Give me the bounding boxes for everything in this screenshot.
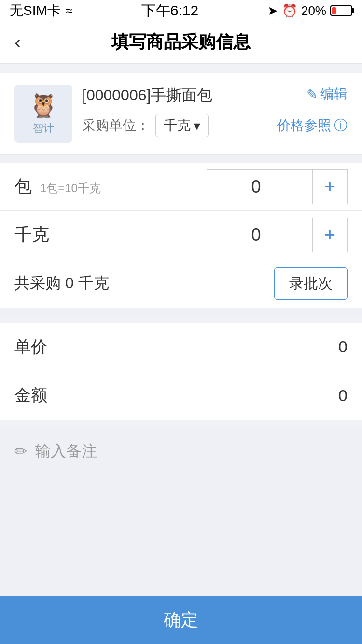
amount-row: 金额 0: [0, 371, 362, 420]
dropdown-icon: ▾: [194, 118, 200, 134]
bao-sublabel: 1包=10千克: [40, 182, 101, 195]
wifi-icon: ≈: [66, 3, 72, 18]
kg-label: 千克: [14, 224, 49, 244]
product-logo-icon: 🦉: [29, 92, 58, 119]
bao-input[interactable]: [207, 169, 313, 204]
carrier-text: 无SIM卡: [10, 1, 61, 20]
notes-placeholder: 输入备注: [35, 441, 97, 462]
total-unit-value: 千克: [78, 274, 109, 292]
kg-input-group: +: [207, 218, 348, 252]
total-text: 共采购 0 千克: [14, 273, 109, 294]
amount-value: 0: [338, 386, 348, 405]
notes-section[interactable]: ✏ 输入备注: [0, 427, 362, 476]
battery-icon: [330, 5, 352, 16]
status-right: ➤ ⏰ 20%: [267, 3, 352, 18]
quantity-label-kg: 千克: [14, 223, 207, 247]
quantity-section: 包 1包=10千克 + 千克 + 共采购 0 千克 录批次: [0, 163, 362, 308]
unit-price-value: 0: [338, 337, 348, 356]
product-name: [0000006]手撕面包: [82, 85, 212, 106]
location-icon: ➤: [267, 3, 278, 18]
bao-label: 包: [14, 176, 32, 196]
back-button[interactable]: ‹: [14, 27, 30, 58]
kg-plus-button[interactable]: +: [313, 218, 348, 252]
total-row: 共采购 0 千克 录批次: [0, 259, 362, 308]
price-ref-label: 价格参照: [277, 116, 331, 135]
product-header: [0000006]手撕面包 ✎ 编辑: [82, 85, 348, 106]
product-info: [0000006]手撕面包 ✎ 编辑 采购单位： 千克 ▾ 价格参照 ⓘ: [82, 85, 348, 137]
pencil-icon: ✏: [14, 442, 28, 461]
edit-button[interactable]: ✎ 编辑: [306, 85, 348, 103]
bao-input-group: +: [207, 169, 348, 204]
unit-select[interactable]: 千克 ▾: [155, 114, 209, 137]
unit-price-label: 单价: [14, 336, 47, 358]
page-title: 填写商品采购信息: [111, 30, 251, 54]
product-card: 🦉 智计 [0000006]手撕面包 ✎ 编辑 采购单位： 千克 ▾ 价格参照 …: [0, 73, 362, 155]
status-time: 下午6:12: [141, 1, 198, 21]
product-id: [0000006]: [82, 86, 151, 104]
unit-price-row: 单价 0: [0, 323, 362, 371]
status-left: 无SIM卡 ≈: [10, 1, 72, 20]
status-bar: 无SIM卡 ≈ 下午6:12 ➤ ⏰ 20%: [0, 0, 362, 21]
total-label: 共采购: [14, 274, 61, 292]
price-ref-button[interactable]: 价格参照 ⓘ: [277, 116, 348, 135]
alarm-icon: ⏰: [282, 3, 297, 18]
product-title: 手撕面包: [151, 86, 212, 104]
battery-percent: 20%: [301, 3, 326, 18]
edit-label: 编辑: [320, 85, 348, 103]
unit-value: 千克: [164, 116, 191, 135]
amount-label: 金额: [14, 384, 47, 406]
info-icon: ⓘ: [334, 116, 348, 135]
price-section: 单价 0 金额 0: [0, 323, 362, 420]
quantity-label-bao: 包 1包=10千克: [14, 175, 207, 198]
kg-input[interactable]: [207, 218, 313, 252]
batch-button[interactable]: 录批次: [274, 267, 348, 300]
separator-1: [0, 155, 362, 163]
quantity-row-bao: 包 1包=10千克 +: [0, 163, 362, 211]
confirm-button[interactable]: 确定: [0, 596, 362, 644]
bao-plus-button[interactable]: +: [313, 169, 348, 204]
product-unit-row: 采购单位： 千克 ▾ 价格参照 ⓘ: [82, 114, 348, 137]
nav-bar: ‹ 填写商品采购信息: [0, 21, 362, 64]
product-logo-label: 智计: [33, 121, 54, 136]
edit-icon: ✎: [306, 86, 318, 102]
unit-label: 采购单位：: [82, 116, 150, 135]
product-image: 🦉 智计: [14, 85, 72, 143]
total-amount-value: 0: [65, 274, 74, 292]
separator-2: [0, 308, 362, 315]
quantity-row-kg: 千克 +: [0, 211, 362, 259]
